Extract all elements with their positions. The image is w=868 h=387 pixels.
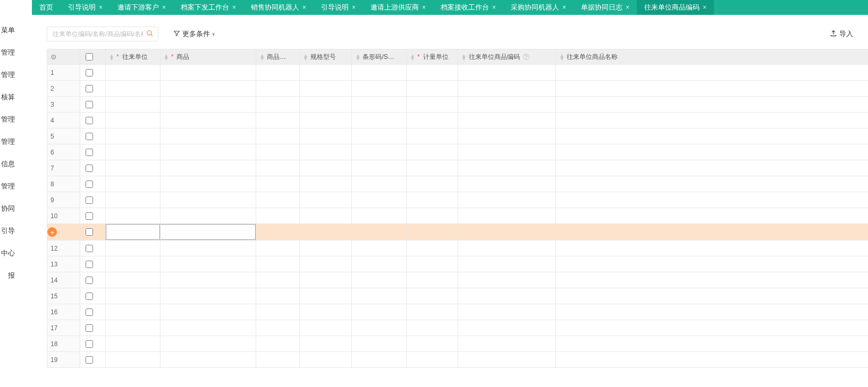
- table-row[interactable]: 12: [47, 240, 868, 256]
- close-icon[interactable]: ×: [302, 4, 306, 11]
- tab-3[interactable]: 档案下发工作台×: [173, 0, 243, 15]
- sort-icon[interactable]: ▲▼: [303, 54, 308, 60]
- close-icon[interactable]: ×: [492, 4, 496, 11]
- tab-0[interactable]: 首页: [32, 0, 61, 15]
- sidebar-item-9[interactable]: 引导: [0, 220, 17, 242]
- row-checkbox[interactable]: [86, 85, 93, 92]
- table-row[interactable]: 13: [47, 256, 868, 272]
- cell-input-prod[interactable]: [161, 224, 256, 240]
- search-input[interactable]: [52, 30, 144, 38]
- sort-icon[interactable]: ▲▼: [259, 54, 265, 60]
- more-conditions-button[interactable]: 更多条件 ▾: [173, 29, 215, 39]
- tab-2[interactable]: 邀请下游客户×: [110, 0, 173, 15]
- col-pclass[interactable]: ▲▼商品…: [256, 49, 300, 65]
- cell-prod[interactable]: [161, 224, 256, 240]
- col-bar[interactable]: ▲▼条形码/S…: [352, 49, 407, 65]
- tab-6[interactable]: 邀请上游供应商×: [363, 0, 433, 15]
- sort-icon[interactable]: ▲▼: [461, 54, 467, 60]
- row-checkbox[interactable]: [86, 245, 93, 252]
- gear-icon[interactable]: ⚙: [50, 53, 57, 61]
- cell-pclass[interactable]: [256, 224, 300, 240]
- tab-5[interactable]: 引导说明×: [314, 0, 363, 15]
- sidebar-item-11[interactable]: 报: [0, 264, 17, 287]
- row-checkbox[interactable]: [86, 196, 93, 204]
- sidebar-item-6[interactable]: 信息: [0, 153, 17, 175]
- row-checkbox[interactable]: [86, 165, 93, 172]
- row-checkbox[interactable]: [86, 356, 93, 364]
- col-prod[interactable]: ▲▼*商品: [161, 49, 256, 65]
- col-uname[interactable]: ▲▼往来单位商品名称: [556, 49, 868, 65]
- select-all-checkbox[interactable]: [86, 53, 93, 61]
- tab-1[interactable]: 引导说明×: [61, 0, 110, 15]
- table-row[interactable]: 18: [47, 336, 868, 352]
- close-icon[interactable]: ×: [626, 4, 629, 11]
- row-checkbox[interactable]: [86, 261, 93, 268]
- tab-4[interactable]: 销售协同机器人×: [243, 0, 314, 15]
- table-row[interactable]: 5: [47, 128, 868, 144]
- sort-icon[interactable]: ▲▼: [410, 54, 415, 60]
- table-row[interactable]: 1: [47, 65, 868, 81]
- sort-icon[interactable]: ▲▼: [559, 54, 564, 60]
- table-row[interactable]: 8: [47, 176, 868, 192]
- table-row[interactable]: 4: [47, 113, 868, 128]
- sort-icon[interactable]: ▲▼: [109, 54, 114, 60]
- sidebar-item-4[interactable]: 管理: [0, 108, 17, 131]
- help-icon[interactable]: ?: [523, 54, 529, 60]
- row-checkbox[interactable]: [86, 340, 93, 348]
- tab-9[interactable]: 单据协同日志×: [574, 0, 637, 15]
- row-checkbox[interactable]: [86, 133, 93, 140]
- cell-ucode[interactable]: [458, 224, 557, 240]
- row-checkbox[interactable]: [86, 277, 93, 284]
- cell-meas[interactable]: [407, 224, 458, 240]
- tab-7[interactable]: 档案接收工作台×: [433, 0, 503, 15]
- export-button[interactable]: 导入: [830, 29, 853, 39]
- col-ucode[interactable]: ▲▼往来单位商品编码?: [458, 49, 557, 65]
- table-row[interactable]: 15: [47, 288, 868, 304]
- table-row[interactable]: 14: [47, 272, 868, 288]
- tab-8[interactable]: 采购协同机器人×: [503, 0, 574, 15]
- close-icon[interactable]: ×: [99, 4, 103, 11]
- add-row-button[interactable]: ＋: [47, 227, 57, 237]
- col-meas[interactable]: ▲▼*计量单位: [407, 49, 458, 65]
- sidebar-item-2[interactable]: 管理: [0, 64, 17, 86]
- table-row[interactable]: 16: [47, 304, 868, 320]
- close-icon[interactable]: ×: [162, 4, 166, 11]
- close-icon[interactable]: ×: [562, 4, 566, 11]
- row-checkbox[interactable]: [86, 69, 93, 76]
- table-row[interactable]: ＋: [47, 224, 868, 240]
- cell-bar[interactable]: [352, 224, 407, 240]
- row-checkbox[interactable]: [86, 228, 93, 236]
- sort-icon[interactable]: ▲▼: [164, 54, 169, 60]
- sidebar-item-7[interactable]: 管理: [0, 175, 17, 197]
- row-checkbox[interactable]: [86, 212, 93, 220]
- close-icon[interactable]: ×: [232, 4, 236, 11]
- sidebar-item-3[interactable]: 核算: [0, 86, 17, 108]
- row-checkbox[interactable]: [86, 324, 93, 332]
- close-icon[interactable]: ×: [422, 4, 426, 11]
- row-checkbox[interactable]: [86, 293, 93, 300]
- search-icon[interactable]: [146, 30, 154, 39]
- table-row[interactable]: 9: [47, 192, 868, 208]
- sidebar-item-0[interactable]: 菜单: [0, 19, 17, 41]
- close-icon[interactable]: ×: [703, 4, 706, 11]
- cell-unit[interactable]: [106, 224, 161, 240]
- sort-icon[interactable]: ▲▼: [355, 54, 360, 60]
- sidebar-item-10[interactable]: 中心: [0, 242, 17, 264]
- table-row[interactable]: 7: [47, 160, 868, 176]
- col-unit[interactable]: ▲▼*往来单位: [106, 49, 161, 65]
- row-checkbox[interactable]: [86, 117, 93, 124]
- close-icon[interactable]: ×: [352, 4, 356, 11]
- table-row[interactable]: 2: [47, 81, 868, 97]
- search-input-wrap[interactable]: [47, 27, 158, 41]
- cell-uname[interactable]: [556, 224, 868, 240]
- table-row[interactable]: 3: [47, 97, 868, 113]
- sidebar-item-1[interactable]: 管理: [0, 41, 17, 64]
- sidebar-item-5[interactable]: 管理: [0, 131, 17, 153]
- cell-input-unit[interactable]: [106, 224, 160, 240]
- cell-spec[interactable]: [300, 224, 352, 240]
- table-row[interactable]: 17: [47, 320, 868, 336]
- row-checkbox[interactable]: [86, 101, 93, 108]
- row-checkbox[interactable]: [86, 180, 93, 188]
- row-checkbox[interactable]: [86, 149, 93, 156]
- tab-10[interactable]: 往来单位商品编码×: [637, 0, 714, 15]
